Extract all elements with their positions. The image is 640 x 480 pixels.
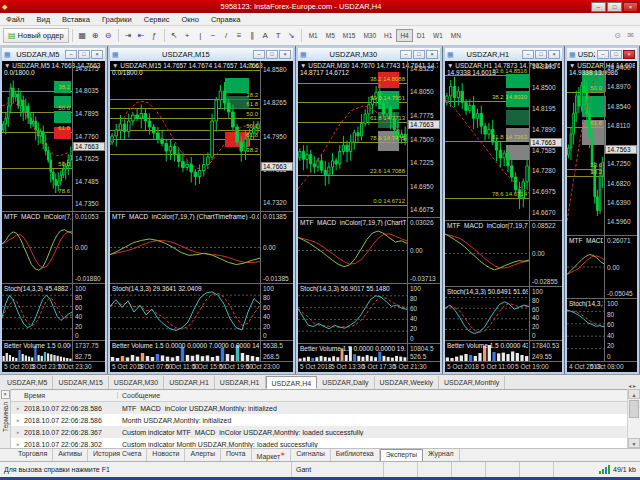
- auto-scroll-button[interactable]: ⇤: [135, 28, 148, 43]
- timeframe-MN-button[interactable]: MN: [447, 29, 465, 42]
- trend-line-button[interactable]: /: [220, 28, 233, 43]
- chart-body[interactable]: 38.2 14.808850.0 14.795161.8 14.771378.6…: [298, 61, 440, 372]
- chart-window-titlebar[interactable]: ▦USDZAR,M30–□×: [298, 48, 440, 61]
- timeframe-M1-button[interactable]: M1: [305, 29, 322, 42]
- timeframe-M15-button[interactable]: M15: [339, 29, 360, 42]
- terminal-tab-1[interactable]: Активы: [53, 449, 88, 461]
- chart-body[interactable]: 23.638.261.850.050.061.838.2▼ USDZAR,M15…: [110, 61, 293, 372]
- log-row[interactable]: ●2018.10.07 22:06:28.586Month USDZAR,Mon…: [11, 414, 627, 426]
- chart-close-button[interactable]: ×: [279, 50, 291, 59]
- menu-item-4[interactable]: Сервис: [138, 15, 176, 24]
- chart-tab-USDZARH4[interactable]: USDZAR,H4: [266, 376, 318, 389]
- menu-item-5[interactable]: Окно: [175, 15, 204, 24]
- chart-minimize-button[interactable]: –: [65, 50, 77, 59]
- chart-minimize-button[interactable]: –: [253, 50, 265, 59]
- column-message[interactable]: Сообщение: [118, 392, 627, 399]
- chart-body[interactable]: 38.250.061.850.078.6▼ USDZAR,M5 14.7663 …: [2, 61, 105, 372]
- zoom-out-button[interactable]: ⊖: [102, 28, 115, 43]
- menu-item-1[interactable]: Вид: [30, 15, 56, 24]
- menu-item-3[interactable]: Графики: [96, 15, 138, 24]
- chart-minimize-button[interactable]: –: [522, 50, 534, 59]
- app-minimize-button[interactable]: –: [591, 2, 606, 12]
- status-profile: Gant: [292, 462, 384, 477]
- search-button[interactable]: ⊙: [611, 28, 624, 43]
- chart-close-button[interactable]: ×: [623, 50, 635, 59]
- chart-tab-USDZARM5[interactable]: USDZAR,M5: [2, 376, 53, 389]
- text-button[interactable]: A: [259, 28, 272, 43]
- chart-restore-button[interactable]: □: [413, 50, 425, 59]
- terminal-tab-6[interactable]: Маркет∗: [252, 449, 292, 461]
- app-titlebar[interactable]: ◆ 5958123: InstaForex-Europe.com - USDZA…: [0, 0, 640, 13]
- chart-tab-USDZARH1[interactable]: USDZAR,H1: [215, 376, 266, 389]
- indicators-button[interactable]: ƒ: [148, 28, 161, 43]
- chart-window-titlebar[interactable]: ▦USDZAR,M5–□×: [2, 48, 105, 61]
- chart-minimize-button[interactable]: –: [400, 50, 412, 59]
- chart-tab-USDZARDaily[interactable]: USDZAR,Daily: [317, 376, 374, 389]
- text-label-button[interactable]: T: [272, 28, 285, 43]
- scroll-up-icon[interactable]: ▲: [628, 389, 640, 399]
- channels-button[interactable]: ∥: [246, 28, 259, 43]
- chat-button[interactable]: ✉: [624, 28, 637, 43]
- log-row[interactable]: ●2018.10.07 22:06:28.302Custom indicator…: [11, 438, 627, 448]
- log-row[interactable]: ●2018.10.07 22:06:28.586MTF_MACD_inColor…: [11, 402, 627, 414]
- timeframe-H4-button[interactable]: H4: [396, 29, 412, 42]
- log-row[interactable]: ●2018.10.07 22:06:28.367Custom indicator…: [11, 426, 627, 438]
- chart-icon: ▦: [300, 51, 307, 59]
- charts-button[interactable]: ▦: [76, 28, 89, 43]
- terminal-tab-9[interactable]: Эксперты: [380, 449, 423, 461]
- terminal-tab-0[interactable]: Торговля: [13, 449, 53, 461]
- chart-restore-button[interactable]: □: [610, 50, 622, 59]
- menu-item-0[interactable]: Файл: [0, 15, 30, 24]
- cursor-button[interactable]: ↖: [168, 28, 181, 43]
- terminal-tab-5[interactable]: Почта: [221, 449, 251, 461]
- chart-minimize-button[interactable]: –: [597, 50, 609, 59]
- chart-shift-button[interactable]: ⇥: [122, 28, 135, 43]
- terminal-tab-10[interactable]: Журнал: [423, 449, 460, 461]
- terminal-close-icon[interactable]: ×: [1, 390, 10, 399]
- shapes-button[interactable]: ↘: [285, 28, 298, 43]
- chart-close-button[interactable]: ×: [91, 50, 103, 59]
- price-axis-label: 14.8540: [607, 103, 631, 110]
- chart-body[interactable]: 23.6 14.851638.2 14.803061.8 14.726378.6…: [445, 61, 562, 372]
- chart-restore-button[interactable]: □: [78, 50, 90, 59]
- timeframe-M30-button[interactable]: M30: [359, 29, 380, 42]
- chart-body[interactable]: 50.061.823.638.2▼ USDZAR,H4 14.608314.93…: [567, 61, 637, 372]
- new-order-button[interactable]: ▤Новый ордер: [3, 28, 69, 43]
- chart-window-titlebar[interactable]: ▦USDZAR,H1–□×: [445, 48, 562, 61]
- app-restore-button[interactable]: □: [607, 2, 622, 12]
- vertical-line-button[interactable]: |: [194, 28, 207, 43]
- chat-icon: ✉: [627, 31, 634, 40]
- menu-item-6[interactable]: Справка: [205, 15, 246, 24]
- chart-tab-USDZARM15[interactable]: USDZAR,M15: [53, 376, 108, 389]
- zoom-in-button[interactable]: ⊕: [89, 28, 102, 43]
- chart-restore-button[interactable]: □: [266, 50, 278, 59]
- terminal-tab-3[interactable]: Новости: [147, 449, 185, 461]
- chart-window-title: USDZAR,M30: [309, 50, 398, 59]
- timeframe-H1-button[interactable]: H1: [380, 29, 396, 42]
- timeframe-M5-button[interactable]: M5: [322, 29, 339, 42]
- chart-restore-button[interactable]: □: [535, 50, 547, 59]
- chart-close-button[interactable]: ×: [548, 50, 560, 59]
- menu-item-2[interactable]: Вставка: [56, 15, 96, 24]
- terminal-tab-4[interactable]: Алерты: [185, 449, 221, 461]
- chart-tab-USDZARH1[interactable]: USDZAR,H1: [164, 376, 215, 389]
- timeframe-W1-button[interactable]: W1: [429, 29, 447, 42]
- column-time[interactable]: Время: [11, 392, 118, 399]
- chart-tab-USDZARMonthly[interactable]: USDZAR,Monthly: [439, 376, 505, 389]
- horizontal-line-button[interactable]: −: [207, 28, 220, 43]
- chart-tab-USDZARWeekly[interactable]: USDZAR,Weekly: [375, 376, 440, 389]
- fibonacci-button[interactable]: ≡: [233, 28, 246, 43]
- scroll-down-icon[interactable]: ▼: [628, 438, 640, 448]
- chart-window-titlebar[interactable]: ▦USDZAR,M15–□×: [110, 48, 293, 61]
- terminal-tab-7[interactable]: Сигналы: [291, 449, 330, 461]
- terminal-scrollbar[interactable]: ▲ ▼: [627, 389, 640, 448]
- app-close-button[interactable]: ×: [623, 2, 638, 12]
- chart-window-titlebar[interactable]: ▦USDZAR,..–□×: [567, 48, 637, 61]
- scroll-thumb[interactable]: [629, 400, 639, 418]
- timeframe-D1-button[interactable]: D1: [413, 29, 429, 42]
- terminal-tab-8[interactable]: Библиотека: [331, 449, 380, 461]
- crosshair-button[interactable]: +: [181, 28, 194, 43]
- terminal-tab-2[interactable]: История Счета: [88, 449, 147, 461]
- chart-close-button[interactable]: ×: [426, 50, 438, 59]
- chart-tab-USDZARM30[interactable]: USDZAR,M30: [109, 376, 164, 389]
